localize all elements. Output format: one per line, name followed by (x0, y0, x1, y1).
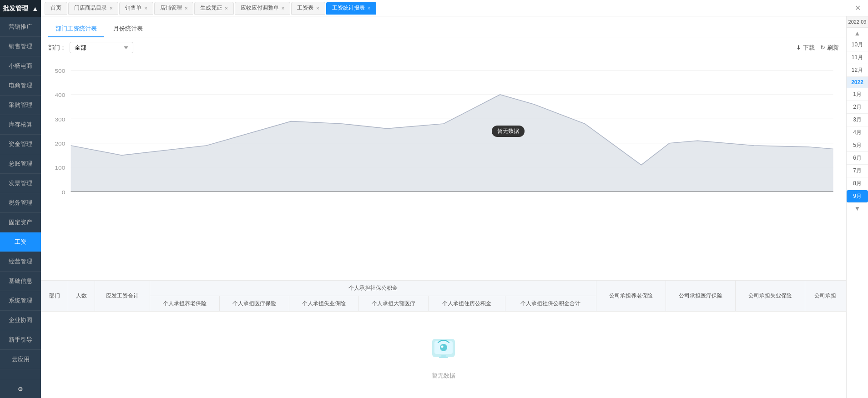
tab-close-1[interactable]: × (110, 5, 112, 11)
sidebar: 批发管理 ▲ 营销推广销售管理小畅电商电商管理采购管理库存核算资金管理总账管理发… (0, 0, 41, 398)
cal-down-nav[interactable]: ▼ (853, 203, 863, 214)
th-personal-pension: 个人承担养老保险 (150, 296, 220, 312)
empty-state: 暂无数据 (41, 312, 846, 398)
th-company-other: 公司承担 (805, 281, 846, 312)
svg-point-15 (441, 346, 444, 348)
sidebar-item-营销推广[interactable]: 营销推广 (0, 17, 41, 37)
cal-month-1[interactable]: 1月 (847, 88, 868, 101)
tab-close-4[interactable]: × (225, 5, 227, 11)
sidebar-item-经营管理[interactable]: 经营管理 (0, 252, 41, 272)
cal-month-6[interactable]: 6月 (847, 152, 868, 165)
sidebar-item-税务管理[interactable]: 税务管理 (0, 193, 41, 213)
th-personal-insurance: 个人承担社保公积金 (150, 281, 596, 296)
tab-close-7[interactable]: × (368, 5, 370, 11)
cal-year-2022[interactable]: 2022 (847, 77, 868, 88)
cal-year-display[interactable]: 2022.09 (847, 16, 868, 28)
sidebar-items: 营销推广销售管理小畅电商电商管理采购管理库存核算资金管理总账管理发票管理税务管理… (0, 17, 41, 369)
tab-close-6[interactable]: × (316, 5, 319, 11)
cal-up-nav[interactable]: ▲ (853, 28, 863, 39)
svg-text:0: 0 (62, 189, 66, 196)
window-close-button[interactable]: ✕ (851, 4, 864, 12)
cal-month-9[interactable]: 9月 (847, 190, 868, 203)
th-personal-unemployment: 个人承担失业保险 (289, 296, 359, 312)
svg-text:500: 500 (55, 68, 65, 74)
tab-6[interactable]: 工资表× (291, 2, 325, 15)
sidebar-item-基础信息[interactable]: 基础信息 (0, 272, 41, 291)
download-icon: ⬇ (796, 44, 801, 51)
toolbar-left: 部门： 全部 (48, 42, 133, 53)
cal-month-4[interactable]: 4月 (847, 126, 868, 139)
tab-3[interactable]: 店铺管理× (154, 2, 193, 15)
svg-text:200: 200 (55, 141, 65, 147)
empty-text: 暂无数据 (432, 372, 455, 380)
sidebar-header[interactable]: 批发管理 ▲ (0, 0, 41, 17)
cal-month-2[interactable]: 2月 (847, 101, 868, 114)
chart-area: 500 400 300 200 100 0 (41, 58, 846, 280)
refresh-label: 刷新 (827, 44, 839, 52)
toolbar-right: ⬇ 下载 ↻ 刷新 (796, 44, 839, 52)
download-action[interactable]: ⬇ 下载 (796, 44, 815, 52)
refresh-icon: ↻ (820, 44, 825, 51)
content-area: 部门工资统计表月份统计表 部门： 全部 ⬇ 下载 ↻ 刷新 (41, 16, 868, 398)
table-area: 部门 人数 应发工资合计 个人承担社保公积金 公司承担养老保险 公司承担医疗保险… (41, 280, 846, 398)
tab-5[interactable]: 应收应付调整单× (235, 2, 290, 15)
cal-month-3[interactable]: 3月 (847, 114, 868, 126)
svg-rect-17 (439, 357, 448, 358)
sidebar-settings[interactable]: ⚙ (0, 380, 41, 398)
settings-icon: ⚙ (18, 386, 23, 393)
th-personal-medical: 个人承担医疗保险 (220, 296, 289, 312)
calendar-panel: 2022.09 ▲ 10月 11月 12月 2022 1月 2月 3月 4月 5… (846, 16, 868, 398)
data-table: 部门 人数 应发工资合计 个人承担社保公积金 公司承担养老保险 公司承担医疗保险… (41, 280, 846, 312)
th-company-unemployment: 公司承担失业保险 (735, 281, 805, 312)
svg-point-14 (440, 344, 447, 351)
sidebar-item-云应用[interactable]: 云应用 (0, 350, 41, 369)
th-personal-major-medical: 个人承担大额医疗 (359, 296, 429, 312)
sidebar-item-采购管理[interactable]: 采购管理 (0, 96, 41, 115)
cal-month-8[interactable]: 8月 (847, 177, 868, 190)
refresh-action[interactable]: ↻ 刷新 (820, 44, 839, 52)
sub-tab-1[interactable]: 月份统计表 (106, 21, 150, 37)
tab-1[interactable]: 门店商品目录× (68, 2, 118, 15)
sidebar-item-总账管理[interactable]: 总账管理 (0, 154, 41, 174)
tab-close-2[interactable]: × (144, 5, 147, 11)
main-area: 首页门店商品目录×销售单×店铺管理×生成凭证×应收应付调整单×工资表×工资统计报… (41, 0, 868, 398)
sub-tab-0[interactable]: 部门工资统计表 (48, 21, 104, 37)
sidebar-item-系统管理[interactable]: 系统管理 (0, 291, 41, 311)
tab-4[interactable]: 生成凭证× (194, 2, 233, 15)
sidebar-item-销售管理[interactable]: 销售管理 (0, 37, 41, 56)
tab-7[interactable]: 工资统计报表× (326, 2, 376, 15)
cal-month-10[interactable]: 10月 (847, 39, 868, 51)
sidebar-item-新手引导[interactable]: 新手引导 (0, 330, 41, 350)
sidebar-collapse-icon[interactable]: ▲ (32, 5, 38, 12)
cal-month-5[interactable]: 5月 (847, 139, 868, 152)
tab-0[interactable]: 首页 (45, 2, 67, 15)
chart-svg: 500 400 300 200 100 0 (48, 65, 839, 211)
tab-close-5[interactable]: × (282, 5, 284, 11)
toolbar: 部门： 全部 ⬇ 下载 ↻ 刷新 (41, 37, 846, 58)
th-personal-total: 个人承担社保公积金合计 (505, 296, 596, 312)
svg-text:100: 100 (55, 165, 65, 171)
th-total-salary: 应发工资合计 (95, 281, 150, 312)
dept-select[interactable]: 全部 (70, 42, 133, 53)
sidebar-item-库存核算[interactable]: 库存核算 (0, 115, 41, 135)
sidebar-item-工资[interactable]: 工资 (0, 232, 41, 252)
sidebar-item-小畅电商[interactable]: 小畅电商 (0, 56, 41, 76)
download-label: 下载 (803, 44, 815, 52)
sidebar-item-资金管理[interactable]: 资金管理 (0, 135, 41, 154)
svg-text:400: 400 (55, 92, 65, 98)
tab-2[interactable]: 销售单× (119, 2, 153, 15)
sidebar-item-固定资产[interactable]: 固定资产 (0, 213, 41, 232)
cal-month-12[interactable]: 12月 (847, 64, 868, 77)
sidebar-item-发票管理[interactable]: 发票管理 (0, 174, 41, 193)
th-company-medical: 公司承担医疗保险 (666, 281, 735, 312)
empty-icon (425, 330, 462, 366)
cal-month-11[interactable]: 11月 (847, 51, 868, 64)
page: 部门工资统计表月份统计表 部门： 全部 ⬇ 下载 ↻ 刷新 (41, 16, 846, 398)
sidebar-item-企业协同[interactable]: 企业协同 (0, 311, 41, 330)
tab-close-3[interactable]: × (185, 5, 187, 11)
sidebar-item-电商管理[interactable]: 电商管理 (0, 76, 41, 96)
cal-month-7[interactable]: 7月 (847, 165, 868, 177)
th-personal-housing-fund: 个人承担住房公积金 (429, 296, 505, 312)
th-company-pension: 公司承担养老保险 (596, 281, 666, 312)
sidebar-title: 批发管理 (3, 5, 28, 13)
